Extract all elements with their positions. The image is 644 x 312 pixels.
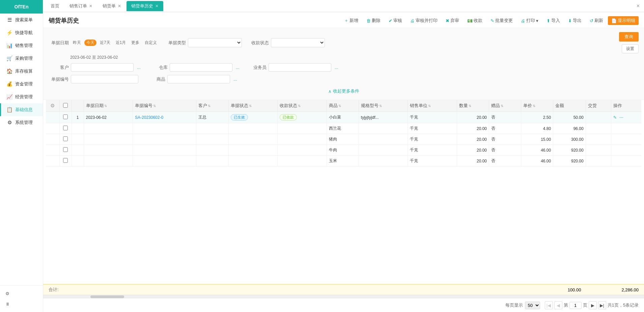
tab-sales-order-close[interactable]: ✕ xyxy=(89,4,92,8)
sidebar-item-system-mgmt[interactable]: ⚙ 系统管理 xyxy=(0,116,43,129)
page-last-btn[interactable]: ▶| xyxy=(598,301,606,309)
row-checkbox[interactable] xyxy=(63,126,68,130)
page-number-input[interactable] xyxy=(569,302,582,309)
date-tag-1month[interactable]: 近1月 xyxy=(114,40,128,46)
warehouse-dots[interactable]: ... xyxy=(236,65,240,70)
col-spec-header[interactable]: 规格型号 ⇅ xyxy=(359,100,408,112)
filter-settings-button[interactable]: 设置 xyxy=(622,44,639,53)
col-customer-sort-icon[interactable]: ⇅ xyxy=(208,104,211,108)
page-first-btn[interactable]: |◀ xyxy=(545,301,553,309)
sidebar-item-quick-nav[interactable]: ⚡ 快捷导航 xyxy=(0,26,43,39)
customer-dots[interactable]: ... xyxy=(137,65,141,70)
add-button[interactable]: ＋ 新增 xyxy=(341,16,362,25)
row-number-cell[interactable] xyxy=(133,134,196,145)
sidebar-pause-btn[interactable]: ⏸ xyxy=(0,299,43,309)
col-status-header[interactable]: 单据状态 ⇅ xyxy=(228,100,278,112)
window-close-btn[interactable]: ✕ xyxy=(635,3,641,8)
tab-sales-delivery[interactable]: 销货单 ✕ xyxy=(98,1,126,11)
tab-sales-history[interactable]: 销货单历史 ✕ xyxy=(127,1,163,11)
sidebar-item-search-menu[interactable]: ☰ 搜索菜单 xyxy=(0,14,43,26)
col-gift-header[interactable]: 赠品 ⇅ xyxy=(489,100,521,112)
col-checkbox-header[interactable] xyxy=(59,100,72,112)
sidebar-item-inventory[interactable]: 🏠 库存核算 xyxy=(0,65,43,78)
export-button[interactable]: ⬇ 导出 xyxy=(565,16,585,25)
col-settings-header[interactable]: ⚙ xyxy=(46,100,59,112)
tab-sales-history-close[interactable]: ✕ xyxy=(155,4,159,8)
row-number-cell[interactable]: SA-20230602-0 xyxy=(133,112,196,123)
salesperson-dots[interactable]: ... xyxy=(335,65,338,70)
sidebar-item-purchase-mgmt[interactable]: 🛒 采购管理 xyxy=(0,52,43,65)
delete-button[interactable]: 🗑 删除 xyxy=(363,16,384,25)
sidebar-item-finance[interactable]: 💰 资金管理 xyxy=(0,78,43,90)
abandon-button[interactable]: ✖ 弃审 xyxy=(442,16,463,25)
tab-home[interactable]: 首页 xyxy=(46,1,64,11)
salesperson-input[interactable] xyxy=(269,63,331,72)
col-customer-header[interactable]: 客户 ⇅ xyxy=(196,100,228,112)
col-gift-sort-icon[interactable]: ⇅ xyxy=(501,104,503,108)
collapse-button[interactable]: ∧ 收起更多条件 xyxy=(49,87,639,96)
col-qty-header[interactable]: 数量 ⇅ xyxy=(457,100,489,112)
page-next-btn[interactable]: ▶ xyxy=(589,301,597,309)
date-tag-today[interactable]: 今天 xyxy=(84,40,96,46)
col-spec-sort-icon[interactable]: ⇅ xyxy=(379,104,382,108)
batch-change-button[interactable]: ✎ 批量变更 xyxy=(487,16,516,25)
page-prev-btn[interactable]: ◀ xyxy=(554,301,562,309)
col-payment-status-sort-icon[interactable]: ⇅ xyxy=(298,104,301,108)
sidebar-item-sales-mgmt[interactable]: 📊 销售管理 xyxy=(0,39,43,52)
product-filter-input[interactable] xyxy=(167,75,230,83)
sidebar-item-operations[interactable]: 📈 经营管理 xyxy=(0,90,43,103)
date-tag-yesterday[interactable]: 昨天 xyxy=(71,40,83,46)
row-number-cell[interactable] xyxy=(133,123,196,134)
collection-status-select[interactable] xyxy=(271,38,325,47)
row-number-cell[interactable] xyxy=(133,156,196,166)
select-all-checkbox[interactable] xyxy=(63,103,68,108)
col-date-header[interactable]: 单据日期 ⇅ xyxy=(84,100,133,112)
page-size-select[interactable]: 50 xyxy=(525,302,540,309)
doc-type-select[interactable] xyxy=(188,38,242,47)
col-date-sort-icon[interactable]: ⇅ xyxy=(104,104,107,108)
customer-input[interactable] xyxy=(71,63,134,72)
col-payment-status-header[interactable]: 收款状态 ⇅ xyxy=(278,100,327,112)
col-status-sort-icon[interactable]: ⇅ xyxy=(249,104,252,108)
print-button[interactable]: 🖨 打印 ▾ xyxy=(517,16,542,25)
sidebar-item-basic-info[interactable]: 📋 基础信息 xyxy=(0,103,43,116)
date-tag-7days[interactable]: 近7天 xyxy=(98,40,112,46)
row-checkbox-cell[interactable] xyxy=(59,134,72,145)
row-checkbox-cell[interactable] xyxy=(59,112,72,123)
col-qty-sort-icon[interactable]: ⇅ xyxy=(469,104,471,108)
show-details-button[interactable]: 📄 显示明细 xyxy=(608,16,639,25)
query-button[interactable]: 查询 xyxy=(619,32,639,42)
row-checkbox[interactable] xyxy=(63,136,68,141)
row-checkbox[interactable] xyxy=(63,114,68,119)
horizontal-scrollbar[interactable] xyxy=(43,295,644,298)
product-dots[interactable]: ... xyxy=(233,77,237,82)
col-product-sort-icon[interactable]: ⇅ xyxy=(338,104,341,108)
col-number-header[interactable]: 单据编号 ⇅ xyxy=(133,100,196,112)
tab-sales-order[interactable]: 销售订单 ✕ xyxy=(65,1,97,11)
import-button[interactable]: ⬆ 导入 xyxy=(543,16,563,25)
row-checkbox-cell[interactable] xyxy=(59,156,72,166)
date-tag-custom[interactable]: 自定义 xyxy=(143,40,159,46)
col-price-sort-icon[interactable]: ⇅ xyxy=(533,104,535,108)
row-number-cell[interactable] xyxy=(133,145,196,156)
row-checkbox[interactable] xyxy=(63,147,68,152)
row-checkbox[interactable] xyxy=(63,158,68,163)
refresh-button[interactable]: ↺ 刷新 xyxy=(586,16,607,25)
col-number-sort-icon[interactable]: ⇅ xyxy=(153,104,156,108)
sidebar-settings-btn[interactable]: ⚙ xyxy=(0,288,43,299)
col-settings-gear-icon[interactable]: ⚙ xyxy=(50,103,55,108)
warehouse-input[interactable] xyxy=(170,63,232,72)
col-price-header[interactable]: 单价 ⇅ xyxy=(521,100,553,112)
col-unit-header[interactable]: 销售单位 ⇅ xyxy=(408,100,457,112)
tab-sales-delivery-close[interactable]: ✕ xyxy=(118,4,121,8)
row-edit-btn[interactable]: ✎ xyxy=(613,115,617,120)
row-more-btn[interactable]: ⋯ xyxy=(619,115,623,120)
row-checkbox-cell[interactable] xyxy=(59,145,72,156)
audit-print-button[interactable]: 🖨 审核并打印 xyxy=(407,16,441,25)
audit-button[interactable]: ✔ 审核 xyxy=(385,16,405,25)
row-checkbox-cell[interactable] xyxy=(59,123,72,134)
scrollbar-thumb[interactable] xyxy=(90,295,124,298)
date-tag-more[interactable]: 更多 xyxy=(129,40,141,46)
col-product-header[interactable]: 商品 ⇅ xyxy=(327,100,359,112)
collect-button[interactable]: 💵 收款 xyxy=(464,16,486,25)
